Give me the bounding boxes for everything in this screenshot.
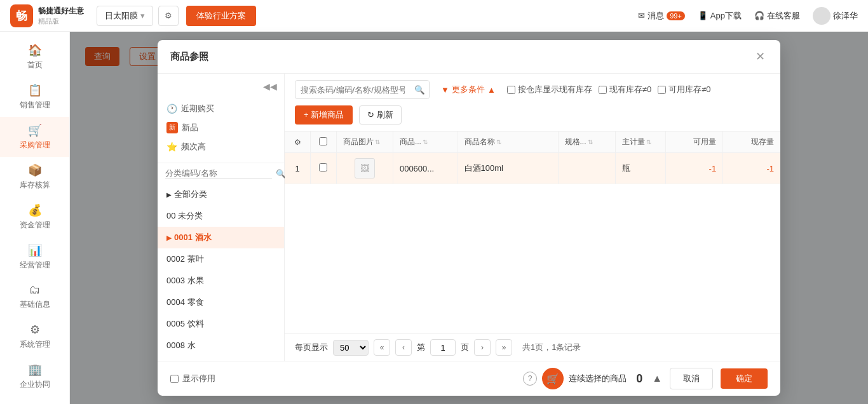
category-item-all[interactable]: ▶ 全部分类 [158,184,284,205]
operation-icon: 📊 [28,243,42,257]
cart-collapse-button[interactable]: ▲ [652,373,662,384]
sidebar-item-stock[interactable]: 📦 库存核算 [0,157,69,197]
refresh-button[interactable]: ↻ 刷新 [359,105,402,125]
th-name[interactable]: 商品名称 ⇅ [458,131,558,153]
checkbox-available-input[interactable] [599,86,607,94]
sidebar-label-finance: 资金管理 [20,220,50,231]
sidebar-item-enterprise[interactable]: 🏢 企业协同 [0,356,69,396]
sidebar-item-guide[interactable]: 📖 新手引导 [0,396,69,404]
sidebar-label-system: 系统管理 [20,339,50,350]
checkbox-by-warehouse-input[interactable] [507,86,515,94]
sort-code-icon: ⇅ [423,138,428,145]
left-top: ◀◀ [158,80,284,99]
category-item-0004[interactable]: 0004 零食 [158,292,284,313]
system-icon: ⚙ [30,323,40,337]
row-spec [558,153,615,184]
checkbox-by-warehouse[interactable]: 按仓库显示现有库存 [507,84,592,95]
page-label: 第 [417,342,425,353]
help-button[interactable]: ? [523,372,537,386]
row-unit: 瓶 [615,153,665,184]
recent-icon: 🕐 [166,104,177,114]
filter-button[interactable]: ▼ 更多条件 ▲ [436,81,501,98]
sort-name-icon: ⇅ [496,138,501,145]
add-product-button[interactable]: + 新增商品 [295,105,353,125]
category-list: ▶ 全部分类 00 未分类 ▶ 0001 酒水 0002 茶 [158,184,284,354]
th-code[interactable]: 商品... ⇅ [393,131,458,153]
store-selector[interactable]: 日太阳膜 ▾ [97,6,153,26]
page-size-label: 每页显示 [295,342,328,353]
arrow-0001-icon: ▶ [166,234,172,241]
modal-title: 商品参照 [170,51,208,63]
quick-link-frequent[interactable]: ⭐ 频次高 [158,137,284,156]
th-unit[interactable]: 主计量 ⇅ [615,131,665,153]
category-item-00-label: 00 未分类 [166,210,203,222]
home-icon: 🏠 [28,43,42,57]
quick-link-new[interactable]: 新 新品 [158,118,284,137]
finance-icon: 💰 [28,203,42,217]
settings-button[interactable]: ⚙ [158,6,179,26]
category-item-0008-label: 0008 水 [166,340,196,351]
cancel-button[interactable]: 取消 [670,368,713,389]
row-check[interactable] [311,153,337,184]
row-checkbox[interactable] [319,163,327,172]
modal-body: ◀◀ 🕐 近期购买 新 新品 ⭐ [158,74,780,361]
online-service-btn[interactable]: 🎧 在线客服 [754,10,800,22]
sort-spec-icon: ⇅ [588,138,593,145]
logo-text: 畅捷通好生意 精品版 [38,6,84,26]
category-item-0002[interactable]: 0002 茶叶 [158,248,284,270]
user-profile[interactable]: 徐泽华 [813,7,858,25]
quick-link-recent[interactable]: 🕐 近期购买 [158,99,284,118]
message-badge: 99+ [667,11,685,20]
app-download-btn[interactable]: 📱 App下载 [698,10,742,22]
collapse-button[interactable]: ◀◀ [264,80,276,93]
select-all-checkbox[interactable] [319,137,327,145]
sidebar-item-home[interactable]: 🏠 首页 [0,37,69,77]
category-item-0001[interactable]: ▶ 0001 酒水 [158,227,284,248]
prev-page-button[interactable]: ‹ [395,339,412,356]
th-check[interactable] [311,131,337,153]
cart-button[interactable]: 🛒 [542,368,564,389]
message-btn[interactable]: ✉ 消息 99+ [638,10,685,22]
quick-link-recent-label: 近期购买 [181,103,214,114]
product-table-wrap: ⚙ 商品图片 ⇅ [285,131,780,333]
category-item-0005[interactable]: 0005 饮料 [158,313,284,335]
category-item-0008[interactable]: 0008 水 [158,335,284,354]
th-settings[interactable]: ⚙ [285,131,311,153]
sidebar-item-basic[interactable]: 🗂 基础信息 [0,277,69,316]
category-search-input[interactable] [165,168,272,178]
checkbox-available-not-zero[interactable]: 现有库存≠0 [599,84,651,95]
show-disabled-label[interactable]: 显示停用 [170,373,215,384]
page-size-select[interactable]: 50 10 20 100 [333,340,369,356]
last-page-button[interactable]: » [496,339,512,356]
sidebar: 🏠 首页 📋 销售管理 🛒 采购管理 📦 库存核算 💰 资金管理 📊 经营管理 … [0,32,70,404]
checkbox-usable-not-zero[interactable]: 可用库存≠0 [658,84,710,95]
cart-icon: 🛒 [546,373,559,385]
sidebar-item-system[interactable]: ⚙ 系统管理 [0,316,69,356]
sidebar-item-sales[interactable]: 📋 销售管理 [0,77,69,117]
search-input-wrap: 🔍 [295,80,430,99]
sidebar-label-stock: 库存核算 [20,180,50,191]
search-input[interactable] [295,85,410,95]
confirm-button[interactable]: 确定 [721,368,768,389]
sidebar-item-purchase[interactable]: 🛒 采购管理 [0,117,69,157]
search-button[interactable]: 🔍 [410,80,429,99]
sidebar-item-operation[interactable]: 📊 经营管理 [0,237,69,277]
phone-icon: 📱 [698,11,708,20]
trial-button[interactable]: 体验行业方案 [186,6,256,26]
category-item-00[interactable]: 00 未分类 [158,205,284,227]
page-number-input[interactable] [430,339,456,356]
th-img[interactable]: 商品图片 ⇅ [336,131,393,153]
th-spec[interactable]: 规格... ⇅ [558,131,615,153]
category-item-0002-label: 0002 茶叶 [166,253,204,265]
first-page-button[interactable]: « [374,339,390,356]
sidebar-label-basic: 基础信息 [20,299,50,310]
show-disabled-checkbox[interactable] [170,375,179,383]
next-page-button[interactable]: › [474,339,491,356]
checkbox-usable-input[interactable] [658,86,666,94]
table-row[interactable]: 1 🖼 [285,153,780,184]
modal-close-button[interactable]: ✕ [752,49,768,64]
modal-header: 商品参照 ✕ [158,40,780,74]
category-item-0003[interactable]: 0003 水果 [158,270,284,292]
sidebar-item-finance[interactable]: 💰 资金管理 [0,197,69,237]
enterprise-icon: 🏢 [28,363,42,377]
